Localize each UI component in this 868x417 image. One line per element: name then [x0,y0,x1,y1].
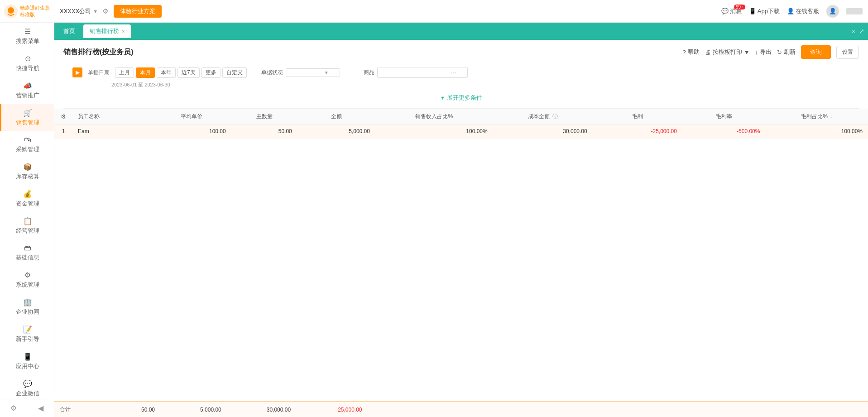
status-filter-label: 单据状态 [261,69,283,77]
message-btn[interactable]: 💬 消息 99+ [721,7,742,15]
col-qty: 主数量 [231,109,297,125]
sidebar-label-search: 搜索菜单 [16,37,39,45]
sidebar-icon-guide: 📝 [23,325,32,334]
expand-more-btn[interactable]: ▼ 展开更多条件 [440,94,482,102]
refresh-btn[interactable]: ↻ 刷新 [777,48,796,56]
cell-avg-price: 100.00 [152,125,231,139]
avatar[interactable]: 👤 [826,5,839,18]
col-gross-pct: 毛利占比% ↕ [765,109,868,125]
goods-input[interactable]: ··· [377,67,468,78]
sidebar-item-sales[interactable]: 🛒 销售管理 [0,104,54,131]
col-avg-price: 平均单价 [152,109,231,125]
sidebar-settings-btn[interactable]: ⚙ [10,404,17,412]
cell-sales-pct: 100.00% [375,125,493,139]
col-gross: 毛利 [593,109,682,125]
sidebar-icon-wechat: 💬 [23,379,32,388]
sidebar-item-wechat[interactable]: 💬 企业微信 [0,375,54,399]
export-icon: ↓ [755,49,758,56]
print-label: 按模板打印 [713,48,742,56]
status-dropdown-icon: ▼ [324,70,329,75]
tab-close-btn[interactable]: × [122,29,125,34]
tab-sales-ranking[interactable]: 销售排行榜 × [83,24,131,38]
date-btn-this-month[interactable]: 本月 [136,67,155,78]
tab-home[interactable]: 首页 [56,24,82,38]
sidebar-icon-search: ☰ [24,27,31,36]
sidebar-item-quicknav[interactable]: ⊙ 快捷导航 [0,50,54,77]
expand-more-label: 展开更多条件 [447,94,482,102]
avatar-icon: 👤 [829,8,836,14]
col-gross-rate: 毛利率 [682,109,766,125]
company-name: XXXXX公司 [60,7,91,15]
cell-amount: 5,000.00 [297,125,375,139]
gross-pct-sort-icon[interactable]: ↕ [830,114,832,119]
cell-rank: 1 [54,125,72,139]
print-btn[interactable]: 🖨 按模板打印 ▼ [705,48,750,56]
window-restore-btn[interactable]: ⤢ [859,28,864,35]
service-label: 在线客服 [796,7,819,15]
footer-qty: 50.00 [141,407,155,413]
date-btn-more[interactable]: 更多 [201,67,221,78]
app-label: App下载 [758,7,780,15]
logo-text: 畅康通好生意 标准版 [20,5,50,18]
sidebar-item-basic[interactable]: 🗃 基础信息 [0,240,54,266]
window-close-btn[interactable]: × [852,28,855,35]
sidebar-icon-marketing: 📣 [23,81,32,90]
cell-gross: -25,000.00 [593,125,682,139]
date-btn-this-year[interactable]: 本年 [157,67,176,78]
cost-info-icon[interactable]: ⓘ [552,113,558,120]
sidebar-item-corp[interactable]: 🏢 企业协同 [0,293,54,321]
sidebar-icon-purchase: 🛍 [24,136,31,144]
logo-icon [4,4,18,19]
sidebar-item-finance[interactable]: 💰 资金管理 [0,185,54,212]
sidebar-icon-inventory: 📦 [23,163,32,171]
date-range-display: 2023-06-01 至 2023-06-30 [111,81,170,88]
sidebar-item-purchase[interactable]: 🛍 采购管理 [0,131,54,158]
service-icon: 👤 [787,8,794,14]
footer-gross: -25,000.00 [336,407,362,413]
filter-area: ▶ 单据日期 上月 本月 本年 近7天 更多 自定义 单据状态 [63,62,859,109]
sidebar-icon-system: ⚙ [24,271,31,279]
table-header-row: ⚙ 员工名称 平均单价 主数量 全额 销售收入占比% 成本全额 ⓘ 毛利 [54,109,868,125]
app-download-btn[interactable]: 📱 App下载 [749,7,780,15]
company-selector[interactable]: XXXXX公司 ▼ [60,7,98,15]
help-label: 帮助 [688,48,700,56]
sidebar-label-guide: 新手引导 [16,335,39,343]
page-actions: ? 帮助 🖨 按模板打印 ▼ ↓ 导出 ↻ 刷新 [682,45,859,59]
sidebar-collapse-btn[interactable]: ◀ [38,404,43,412]
page-title-row: 销售排行榜(按业务员) ? 帮助 🖨 按模板打印 ▼ ↓ 导出 [63,45,859,62]
main-content: XXXXX公司 ▼ ⚙ 体验行业方案 💬 消息 99+ 📱 App下载 👤 在线… [54,0,868,417]
trial-btn[interactable]: 体验行业方案 [114,5,162,18]
col-settings[interactable]: ⚙ [54,109,72,125]
export-btn[interactable]: ↓ 导出 [755,48,772,56]
sidebar-item-operation[interactable]: 📋 经营管理 [0,212,54,240]
table-footer: 合计 50.00 5,000.00 30,000.00 -25,000.00 [54,401,868,417]
status-select[interactable]: ▼ [286,68,340,77]
cell-cost: 30,000.00 [493,125,593,139]
filter-goods-group: 商品 ··· [364,67,468,78]
sidebar-item-system[interactable]: ⚙ 系统管理 [0,266,54,293]
col-cost: 成本全额 ⓘ [493,109,593,125]
sidebar-label-finance: 资金管理 [16,200,39,208]
topbar-gear-icon[interactable]: ⚙ [102,7,108,15]
settings-btn[interactable]: 设置 [836,46,859,59]
sidebar-item-guide[interactable]: 📝 新手引导 [0,321,54,348]
help-btn[interactable]: ? 帮助 [682,48,699,56]
goods-more-icon[interactable]: ··· [451,69,456,76]
company-dropdown-icon: ▼ [93,9,98,14]
sidebar-item-marketing[interactable]: 📣 营销推广 [0,77,54,104]
sidebar-label-basic: 基础信息 [16,254,39,262]
query-btn[interactable]: 查询 [801,45,831,59]
sidebar-icon-quicknav: ⊙ [25,54,31,63]
date-btn-7days[interactable]: 近7天 [177,67,200,78]
sidebar-label-marketing: 营销推广 [16,91,39,100]
online-service-btn[interactable]: 👤 在线客服 [787,7,819,15]
sidebar-item-search[interactable]: ☰ 搜索菜单 [0,23,54,50]
cell-gross-pct: 100.00% [765,125,868,139]
sidebar-icon-corp: 🏢 [23,298,32,307]
topbar: XXXXX公司 ▼ ⚙ 体验行业方案 💬 消息 99+ 📱 App下载 👤 在线… [54,0,868,23]
collapse-filter-btn[interactable]: ▶ [72,67,82,77]
sidebar-item-inventory[interactable]: 📦 库存核算 [0,158,54,185]
sidebar-item-apps[interactable]: 📱 应用中心 [0,348,54,375]
date-btn-custom[interactable]: 自定义 [222,67,247,78]
date-btn-last-month[interactable]: 上月 [115,67,134,78]
